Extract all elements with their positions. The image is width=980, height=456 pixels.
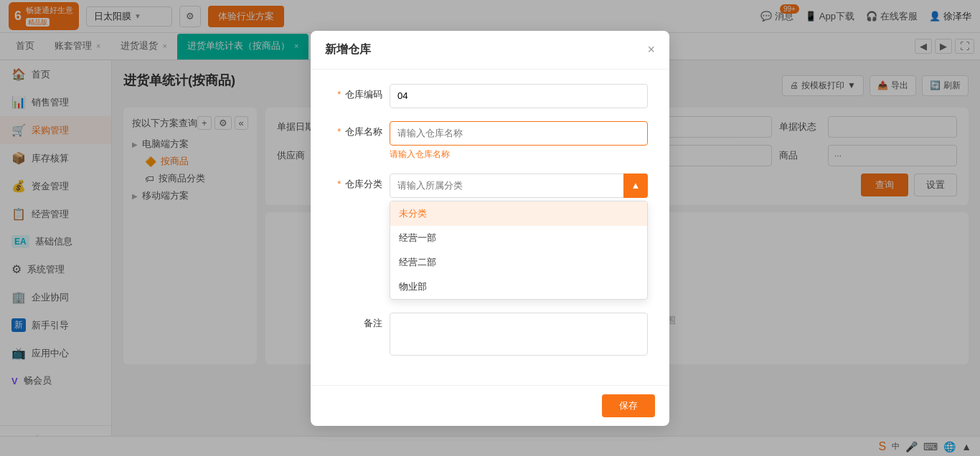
category-field: ▲ 未分类 经营一部 经营二部 物业部 [390,174,648,198]
dropdown-item-dept1[interactable]: 经营一部 [390,226,647,250]
required-marker: * [337,179,341,189]
dropdown-item-unclassified[interactable]: 未分类 [390,201,647,226]
dialog-close-button[interactable]: × [647,42,655,57]
category-input-wrapper: ▲ [390,174,648,198]
category-input[interactable] [390,174,648,198]
form-row-code: * 仓库编码 [332,84,648,108]
form-row-remark: 备注 [332,313,648,358]
form-row-name: * 仓库名称 请输入仓库名称 [332,121,648,161]
code-input[interactable] [390,84,648,108]
name-label: * 仓库名称 [332,121,390,138]
remark-field [390,313,648,358]
remark-label: 备注 [332,313,390,330]
remark-input[interactable] [390,313,648,356]
name-error-message: 请输入仓库名称 [390,148,648,161]
dialog-title: 新增仓库 [325,42,371,57]
code-label: * 仓库编码 [332,84,390,101]
dialog-header: 新增仓库 × [311,31,669,70]
category-label: * 仓库分类 [332,174,390,191]
add-warehouse-dialog: 新增仓库 × * 仓库编码 * 仓库名称 [311,31,669,426]
dropdown-item-dept3[interactable]: 物业部 [390,275,647,299]
dialog-footer: 保存 [311,385,669,426]
category-toggle-button[interactable]: ▲ [623,174,648,198]
code-field [390,84,648,108]
dialog-body: * 仓库编码 * 仓库名称 请输入仓库名称 [311,70,669,385]
form-row-category: * 仓库分类 ▲ 未分类 经营一部 经营二部 物业部 [332,174,648,198]
save-button[interactable]: 保存 [602,394,655,417]
dropdown-item-dept2[interactable]: 经营二部 [390,250,647,275]
name-field: 请输入仓库名称 [390,121,648,161]
required-marker: * [337,89,341,100]
name-input[interactable] [390,121,648,146]
category-dropdown: 未分类 经营一部 经营二部 物业部 [390,201,648,300]
modal-overlay[interactable]: 新增仓库 × * 仓库编码 * 仓库名称 [0,0,980,456]
required-marker: * [337,126,341,137]
